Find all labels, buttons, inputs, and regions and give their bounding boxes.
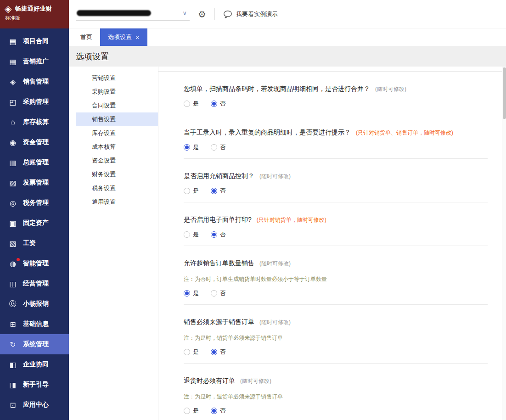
- sidebar-item-business-management[interactable]: ◫ 经营管理: [0, 274, 69, 294]
- radio-yes[interactable]: 是: [184, 348, 199, 356]
- radio-no-circle[interactable]: [211, 349, 217, 355]
- radio-no[interactable]: 否: [211, 348, 226, 356]
- radio-no-label: 否: [220, 230, 226, 239]
- radio-yes[interactable]: 是: [184, 187, 199, 195]
- option-hint: (随时可修改): [375, 86, 406, 92]
- option-radio-group: 是 否: [184, 289, 488, 297]
- sidebar-item-app-center[interactable]: ⊡ 应用中心: [0, 395, 69, 415]
- sidebar-item-icon: ▤: [8, 37, 17, 46]
- scrollbar[interactable]: [502, 67, 506, 420]
- sidebar-item-enterprise-collaboration[interactable]: ◧ 企业协同: [0, 354, 69, 375]
- sidebar-item-newbie-guide[interactable]: ◨ 新手引导: [0, 375, 69, 395]
- radio-no[interactable]: 否: [211, 100, 226, 108]
- sidebar-item-icon: ▥: [8, 158, 17, 167]
- sidebar-item-sales-management[interactable]: ◈ 销售管理: [0, 72, 69, 92]
- sidebar-item-payroll[interactable]: ▧ 工资: [0, 233, 69, 253]
- setting-option-return-requires-order: 退货时必须有订单 (随时可修改) 注：为是时，退货单必须来源于销售订单 是 否: [184, 364, 488, 420]
- radio-yes[interactable]: 是: [184, 289, 199, 297]
- radio-yes-circle[interactable]: [184, 188, 190, 194]
- tab-home[interactable]: 首页: [73, 28, 100, 46]
- sidebar-item-icon: ⊞: [8, 320, 17, 329]
- close-icon[interactable]: ×: [135, 34, 140, 41]
- option-hint: (随时可修改): [259, 319, 291, 325]
- sidebar-item-icon: ↻: [8, 340, 17, 349]
- radio-no[interactable]: 否: [211, 407, 226, 415]
- scrollbar-thumb[interactable]: [503, 67, 506, 119]
- sidebar-item-marketing-promotion[interactable]: ▦ 营销推广: [0, 51, 69, 72]
- sidebar-item-general-ledger[interactable]: ▥ 总账管理: [0, 152, 69, 173]
- sidebar-item-basic-information[interactable]: ⊞ 基础信息: [0, 314, 69, 334]
- sidebar-item-icon: Ⓖ: [8, 299, 17, 309]
- setting-option-e-waybill-print: 是否启用电子面单打印? (只针对销货单，随时可修改) 是 否: [184, 202, 488, 246]
- settings-nav-item-sales-settings[interactable]: 销售设置: [76, 112, 158, 126]
- sidebar-item-label: 工资: [23, 239, 36, 247]
- radio-no[interactable]: 否: [211, 187, 226, 195]
- sidebar-item-label: 发票管理: [23, 179, 49, 187]
- option-radio-group: 是 否: [184, 100, 488, 108]
- sidebar-item-fund-management[interactable]: ◉ 资金管理: [0, 132, 69, 152]
- radio-no-label: 否: [220, 348, 226, 356]
- sidebar-item-label: 项目合同: [23, 37, 49, 45]
- sidebar-item-label: 新手引导: [23, 381, 49, 389]
- radio-yes[interactable]: 是: [184, 100, 199, 108]
- sidebar-item-invoice-management[interactable]: ▨ 发票管理: [0, 173, 69, 193]
- tab-option-settings[interactable]: 选项设置 ×: [100, 28, 147, 46]
- speech-bubble-icon: [223, 10, 232, 18]
- option-question-line: 退货时必须有订单 (随时可修改): [184, 376, 488, 386]
- logo-icon: ◈: [5, 4, 11, 13]
- sidebar-item-inventory-accounting[interactable]: ⌂ 库存核算: [0, 112, 69, 132]
- radio-yes-circle[interactable]: [184, 349, 190, 355]
- radio-yes-circle[interactable]: [184, 231, 190, 238]
- sidebar-item-icon: ⌂: [8, 118, 17, 126]
- sidebar-item-system-management[interactable]: ↻ 系统管理: [0, 334, 69, 354]
- radio-no-circle[interactable]: [211, 101, 217, 107]
- sidebar-item-purchase-management[interactable]: ◰ 采购管理: [0, 92, 69, 112]
- company-name-redacted: [77, 10, 151, 16]
- setting-option-merge-duplicate-barcode: 您填单，扫描商品条码时，若发现商品明细相同，是否进行合并？ (随时可修改) 是 …: [184, 72, 488, 115]
- settings-nav-item-finance-settings[interactable]: 财务设置: [76, 168, 158, 181]
- settings-nav-item-fund-settings[interactable]: 资金设置: [76, 154, 158, 168]
- settings-nav-item-tax-settings[interactable]: 税务设置: [76, 181, 158, 195]
- setting-option-oversell-order-quantity: 允许超销售订单数量销售 (随时可修改) 注：为否时，订单生成销货单时数量必须小于…: [184, 246, 488, 305]
- radio-yes-circle[interactable]: [184, 144, 190, 151]
- gear-icon[interactable]: ⚙: [198, 10, 206, 19]
- radio-no-circle[interactable]: [211, 408, 217, 414]
- radio-yes-circle[interactable]: [184, 101, 190, 107]
- sidebar-item-icon: ◧: [8, 360, 17, 369]
- topbar: ∨ ⚙ 我要看实例演示: [69, 0, 506, 28]
- sidebar-item-tax-management[interactable]: ◎ 税务管理: [0, 193, 69, 213]
- settings-nav-item-purchase-settings[interactable]: 采购设置: [76, 85, 158, 99]
- radio-no-circle[interactable]: [211, 231, 217, 238]
- settings-nav-item-contract-settings[interactable]: 合同设置: [76, 99, 158, 112]
- radio-no[interactable]: 否: [211, 230, 226, 239]
- setting-option-sales-from-sales-order: 销售必须来源于销售订单 (随时可修改) 注：为是时，销货单必须来源于销售订单 是…: [184, 305, 488, 364]
- radio-no-circle[interactable]: [211, 290, 217, 297]
- radio-yes-label: 是: [193, 143, 199, 151]
- company-selector[interactable]: ∨: [76, 7, 190, 21]
- settings-nav-item-general-settings[interactable]: 通用设置: [76, 195, 158, 209]
- radio-yes[interactable]: 是: [184, 230, 199, 239]
- radio-yes-circle[interactable]: [184, 408, 190, 414]
- radio-yes[interactable]: 是: [184, 407, 199, 415]
- radio-no-label: 否: [220, 289, 226, 297]
- radio-no[interactable]: 否: [211, 143, 226, 151]
- settings-nav-item-cost-accounting[interactable]: 成本核算: [76, 140, 158, 154]
- setting-option-duplicate-entry-prompt: 当手工录入时，录入重复的商品明细时，是否要进行提示？ (只针对销货单、销售订单，…: [184, 115, 488, 159]
- sidebar-item-fixed-assets[interactable]: ▣ 固定资产: [0, 213, 69, 233]
- sidebar-item-xiaochang-expense[interactable]: Ⓖ 小畅报销: [0, 294, 69, 314]
- radio-no-circle[interactable]: [211, 144, 217, 151]
- sidebar-item-project-contract[interactable]: ▤ 项目合同: [0, 31, 69, 51]
- app-title: 畅捷通好业财: [15, 5, 52, 13]
- radio-no[interactable]: 否: [211, 289, 226, 297]
- settings-nav-item-marketing-settings[interactable]: 营销设置: [76, 71, 158, 85]
- radio-no-label: 否: [220, 187, 226, 195]
- radio-yes-circle[interactable]: [184, 290, 190, 297]
- radio-no-label: 否: [220, 407, 226, 415]
- notification-dot: [17, 258, 20, 261]
- sidebar-item-icon: ◍: [8, 259, 17, 268]
- radio-no-circle[interactable]: [211, 188, 217, 194]
- radio-yes[interactable]: 是: [184, 143, 199, 151]
- settings-nav-item-inventory-settings[interactable]: 库存设置: [76, 126, 158, 140]
- sidebar-item-smart-management[interactable]: ◍ 智能管理: [0, 253, 69, 274]
- demo-link[interactable]: 我要看实例演示: [223, 10, 278, 18]
